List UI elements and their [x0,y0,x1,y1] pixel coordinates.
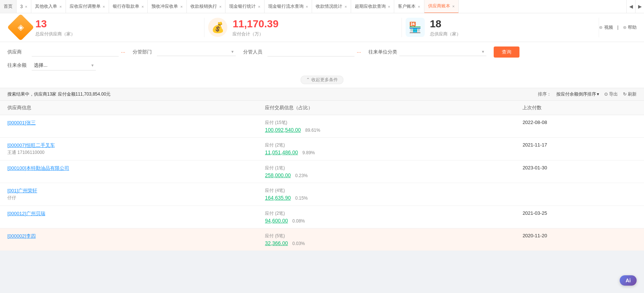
close-icon[interactable]: × [59,4,62,9]
nav-tab-overdue[interactable]: 超期应收款查询 × [351,0,394,13]
nav-tab-other-income[interactable]: 其他收入单 × [31,0,66,13]
nav-tab-prepay[interactable]: 预收冲应收单 × [148,0,186,13]
table-row: [000100]本特勤油品有限公司 应付 (1笔) 258,000.00 0.2… [0,160,644,183]
trans-label: 应付 (1笔) [265,165,508,171]
collapse-button[interactable]: ⌃ 收起更多条件 [301,76,343,84]
refresh-button[interactable]: ↻ 刷新 [623,91,637,97]
collapse-icon: ⌃ [306,77,310,82]
ai-badge[interactable]: Ai [620,275,637,286]
nav-tab-adjustment[interactable]: 应收应付调整单 × [66,0,109,13]
sort-chevron-icon: ▾ [597,92,599,97]
table-row: [000002]李四 应付 (5笔) 32,366.00 0.03% 2020-… [0,228,644,251]
department-select[interactable]: ▾ [157,48,236,56]
trans-label: 应付 (15笔) [265,120,508,126]
nav-tab-overdue-label: 超期应收款查询 [355,3,386,10]
refresh-icon: ↻ [623,92,627,97]
close-icon[interactable]: × [418,4,420,9]
total-supplier-label: 总供应商（家） [430,31,461,37]
transaction-percent: 0.15% [295,196,308,201]
close-icon[interactable]: × [388,4,390,9]
supplier-count-value: 13家 [47,92,56,97]
amount-value: 111,703,854.00元 [76,92,111,97]
table-body: [000001]张三 应付 (15笔) 100,092,540.00 89.61… [0,115,644,251]
nav-tab-3[interactable]: 3 × [17,0,31,13]
last-pay-cell: 2020-11-20 [515,228,644,251]
close-icon[interactable]: × [258,4,260,9]
manager-ellipsis-icon[interactable]: ··· [357,49,361,55]
nav-tab-verify[interactable]: 收款核销执行 × [187,0,225,13]
supplier-link[interactable]: [000100]本特勤油品有限公司 [7,165,69,171]
close-icon[interactable]: × [306,4,308,9]
close-icon[interactable]: × [180,4,182,9]
close-icon[interactable]: × [141,4,144,9]
last-pay-date: 2022-08-08 [522,120,547,125]
transaction-percent: 0.03% [292,241,305,246]
search-button[interactable]: 查询 [494,46,519,58]
help-link[interactable]: ⊙ 帮助 [623,24,637,31]
supplier-link[interactable]: [000002]李四 [7,233,36,239]
close-icon[interactable]: × [452,4,455,8]
nav-tab-other-income-label: 其他收入单 [35,3,57,10]
transaction-amount[interactable]: 100,092,540.00 [265,127,301,133]
summary-card3-text: 18 总供应商（家） [430,18,461,37]
nav-tab-bank[interactable]: 银行存取款单 × [109,0,148,13]
trans-label: 应付 (5笔) [265,233,508,239]
filter-area: 供应商 ··· 分管部门 ▾ 分管人员 ··· 往来单位分类 ▾ 查询 [0,42,644,88]
supplier-link[interactable]: [000001]张三 [7,120,36,125]
close-icon[interactable]: × [344,4,347,9]
close-icon[interactable]: × [219,4,221,9]
divider: | [617,25,619,30]
balance-select[interactable]: 选择... ▾ [32,61,96,70]
category-select[interactable]: ▾ [399,48,486,56]
trans-label: 应付 (4笔) [265,187,508,194]
total-payable-icon: 💰 [208,18,227,37]
supplier-info-cell: [001]广州荣轩 仔仔 [0,183,258,206]
filter-row-2: 往来余额 选择... ▾ [7,61,637,70]
transaction-amount[interactable]: 11,051,486.00 [265,149,298,155]
export-button[interactable]: ⊙ 导出 [604,91,618,97]
close-icon[interactable]: × [25,4,27,9]
transaction-amount[interactable]: 258,000.00 [265,172,291,178]
nav-tab-cash-stat[interactable]: 现金银行统计 × [225,0,264,13]
chevron-down-icon: ▾ [231,49,234,54]
last-pay-cell: 2021-11-17 [515,137,644,160]
sort-value: 按应付余额倒序排序 [556,91,596,97]
supplier-id: [000001]张三 [7,120,36,125]
supplier-id: [000007]恒旺二手叉车 [7,142,55,148]
transaction-amount[interactable]: 164,635.90 [265,195,291,201]
video-link[interactable]: ⊙ 视频 [599,24,613,31]
nav-tab-3-label: 3 [20,4,23,9]
nav-tab-supplier[interactable]: 供应商账本 × [424,0,459,13]
nav-tab-collection-stat[interactable]: 收款情况统计 × [312,0,351,13]
manager-input[interactable] [267,48,354,56]
transaction-amount[interactable]: 32,366.00 [265,240,288,246]
nav-tab-home-label: 首页 [4,3,13,10]
sort-select[interactable]: 按应付余额倒序排序 ▾ [556,91,599,97]
supplier-info-cell: [000007]恒旺二手叉车 王通 17106110000 [0,137,258,160]
nav-prev-arrow[interactable]: ◀ [626,0,635,13]
supplier-link[interactable]: [001]广州荣轩 [7,188,37,193]
last-pay-date: 2021-03-25 [522,210,547,216]
filter-category-label: 往来单位分类 [368,49,397,55]
supplier-link[interactable]: [000007]恒旺二手叉车 [7,142,55,148]
payable-supplier-label: 总应付供应商（家） [35,31,75,37]
nav-tab-home[interactable]: 首页 [0,0,17,13]
filter-balance: 往来余额 选择... ▾ [7,61,96,70]
filter-balance-label: 往来余额 [7,62,29,69]
transaction-amount[interactable]: 94,600.00 [265,218,288,224]
summary-card2-text: 11,170.39 应付合计（万） [232,18,279,37]
last-pay-cell [515,183,644,206]
supplier-link[interactable]: [000012]广州贝瑞 [7,211,45,216]
close-icon[interactable]: × [103,4,105,9]
table-row: [000001]张三 应付 (15笔) 100,092,540.00 89.61… [0,115,644,137]
nav-tab-cash-flow[interactable]: 现金银行流水查询 × [265,0,312,13]
supplier-ellipsis-icon[interactable]: ··· [121,49,125,55]
payable-supplier-count: 13 [35,18,75,30]
nav-tab-customer[interactable]: 客户账本 × [394,0,424,13]
supplier-input[interactable] [32,48,119,56]
nav-tab-collection-stat-label: 收款情况统计 [316,3,342,10]
filter-manager: 分管人员 ··· [243,48,361,56]
supplier-id: [000012]广州贝瑞 [7,211,45,216]
nav-next-arrow[interactable]: ▶ [635,0,644,13]
last-pay-date: 2023-01-30 [522,165,547,170]
